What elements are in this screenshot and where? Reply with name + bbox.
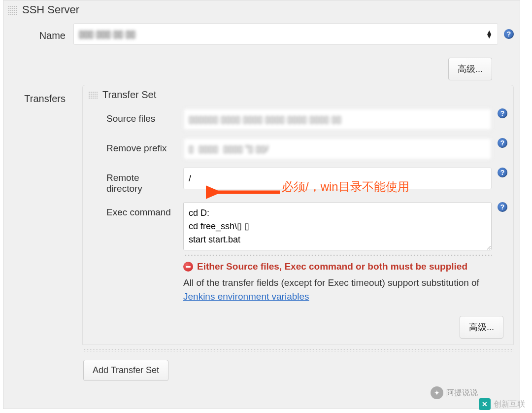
watermark-wechat: ✦ 阿提说说 bbox=[431, 386, 478, 399]
source-files-label: Source files bbox=[89, 108, 177, 124]
watermark-brand: ✕ 创新互联 bbox=[479, 398, 525, 410]
name-value: ▯▯▯ ▯▯▯ ▯▯ ▯▯ bbox=[79, 29, 135, 39]
help-icon[interactable]: ? bbox=[504, 29, 514, 39]
error-icon bbox=[183, 262, 193, 272]
advanced-row: 高级... bbox=[3, 50, 520, 82]
exec-command-textarea[interactable] bbox=[183, 202, 492, 250]
section-header: SSH Server bbox=[3, 0, 520, 19]
remove-prefix-label: Remove prefix bbox=[89, 138, 177, 154]
source-files-row: Source files ? bbox=[83, 104, 513, 134]
help-text: All of the transfer fields (except for E… bbox=[183, 276, 492, 304]
resize-handle-icon[interactable] bbox=[183, 253, 492, 256]
remove-prefix-input[interactable] bbox=[183, 138, 492, 160]
help-icon[interactable]: ? bbox=[498, 138, 507, 148]
transfers-label: Transfers bbox=[9, 91, 73, 104]
ssh-server-panel: SSH Server Name ▯▯▯ ▯▯▯ ▯▯ ▯▯ ▲▼ ? 高级...… bbox=[3, 0, 520, 409]
add-transfer-set-button[interactable]: Add Transfer Set bbox=[83, 360, 168, 381]
help-icon[interactable]: ? bbox=[498, 202, 507, 212]
watermark-text-1: 阿提说说 bbox=[446, 388, 478, 398]
help-text-prefix: All of the transfer fields (except for E… bbox=[183, 277, 479, 288]
help-icon[interactable]: ? bbox=[498, 168, 507, 177]
error-message-box: Either Source files, Exec command or bot… bbox=[183, 258, 492, 273]
advanced-button[interactable]: 高级... bbox=[448, 58, 492, 80]
remote-directory-row: Remote directory ? bbox=[83, 164, 513, 198]
remote-directory-label: Remote directory bbox=[89, 168, 177, 194]
inner-advanced-row: 高级... bbox=[83, 308, 513, 341]
error-text: Either Source files, Exec command or bot… bbox=[197, 260, 467, 273]
inner-advanced-button[interactable]: 高级... bbox=[460, 316, 503, 339]
exec-command-row: Exec command Either Source files, Exec c… bbox=[83, 198, 513, 308]
add-transfer-row: Add Transfer Set bbox=[76, 352, 520, 381]
source-files-input[interactable] bbox=[183, 108, 492, 130]
name-row: Name ▯▯▯ ▯▯▯ ▯▯ ▯▯ ▲▼ ? bbox=[3, 19, 520, 50]
chevron-updown-icon: ▲▼ bbox=[486, 30, 493, 38]
remote-directory-input[interactable] bbox=[183, 168, 492, 189]
help-icon[interactable]: ? bbox=[498, 108, 507, 118]
drag-handle-icon[interactable] bbox=[7, 5, 18, 15]
drag-handle-icon[interactable] bbox=[88, 91, 98, 100]
transfer-set-header: Transfer Set bbox=[83, 85, 513, 104]
jenkins-env-link[interactable]: Jenkins environment variables bbox=[183, 291, 309, 302]
transfer-set-panel: Transfer Set Source files ? Remove prefi… bbox=[82, 85, 514, 345]
section-title: SSH Server bbox=[22, 3, 79, 16]
watermark-text-2: 创新互联 bbox=[494, 399, 525, 410]
exec-command-label: Exec command bbox=[89, 202, 177, 218]
brand-logo-icon: ✕ bbox=[479, 398, 491, 410]
remove-prefix-row: Remove prefix ? bbox=[83, 134, 513, 164]
name-select[interactable]: ▯▯▯ ▯▯▯ ▯▯ ▯▯ ▲▼ bbox=[73, 23, 498, 45]
wechat-icon: ✦ bbox=[431, 386, 443, 399]
name-label: Name bbox=[9, 23, 73, 41]
transfer-set-title: Transfer Set bbox=[102, 89, 156, 101]
